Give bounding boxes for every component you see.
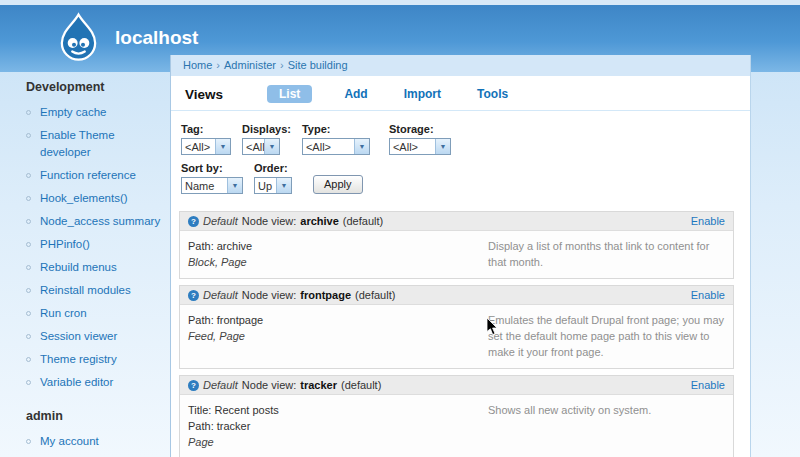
view-description: Display a list of months that link to co…: [488, 238, 725, 270]
tab-list[interactable]: List: [267, 85, 312, 103]
view-details: Title: Recent posts Path: tracker Page: [188, 402, 488, 450]
view-row-archive: ? Default Node view: archive (default) E…: [179, 211, 734, 279]
sidebar-link[interactable]: PHPinfo(): [40, 236, 90, 253]
help-icon[interactable]: ?: [188, 380, 199, 391]
sidebar-item-hook-elements[interactable]: Hook_elements(): [26, 190, 168, 207]
bullet-icon: [26, 216, 40, 230]
sidebar-link[interactable]: Hook_elements(): [40, 190, 128, 207]
breadcrumb-link-home[interactable]: Home: [183, 59, 212, 71]
filter-order-label: Order:: [254, 162, 292, 174]
bullet-icon: [26, 193, 40, 207]
sidebar-link[interactable]: Theme registry: [40, 351, 117, 368]
sidebar-link[interactable]: Rebuild menus: [40, 259, 117, 276]
view-type: Default: [203, 289, 238, 301]
sidebar-item-run-cron[interactable]: Run cron: [26, 305, 168, 322]
view-displays: Page: [188, 434, 488, 450]
apply-button[interactable]: Apply: [313, 175, 363, 194]
sidebar-section-admin: admin My account ▹Create content ▿Admini…: [26, 409, 168, 457]
tab-import[interactable]: Import: [400, 85, 445, 103]
sidebar-item-empty-cache[interactable]: Empty cache: [26, 104, 168, 121]
tab-bar: List Add Import Tools: [267, 85, 512, 103]
views-list: ? Default Node view: archive (default) E…: [171, 211, 750, 457]
filter-row-2: Sort by: Name▼ Order: Up▼ Apply: [181, 162, 740, 194]
filter-row-1: Tag: <All>▼ Displays: <All>▼ Type: <All>…: [181, 123, 740, 155]
bullet-icon: [26, 107, 40, 121]
breadcrumb-link-administer[interactable]: Administer: [224, 59, 276, 71]
enable-link[interactable]: Enable: [691, 379, 725, 391]
sidebar-item-reinstall-modules[interactable]: Reinstall modules: [26, 282, 168, 299]
selected-value: <All>: [182, 141, 215, 153]
selected-value: Name: [182, 180, 227, 192]
bullet-icon: [26, 170, 40, 184]
view-row-tracker: ? Default Node view: tracker (default) E…: [179, 375, 734, 457]
tab-tools[interactable]: Tools: [473, 85, 512, 103]
sidebar-link[interactable]: Function reference: [40, 167, 136, 184]
filter-displays-select[interactable]: <All>▼: [242, 138, 280, 155]
help-icon[interactable]: ?: [188, 290, 199, 301]
bullet-icon: [26, 130, 40, 161]
bullet-icon: [26, 436, 40, 450]
sidebar-item-node-access-summary[interactable]: Node_access summary: [26, 213, 168, 230]
breadcrumb-separator: ›: [216, 59, 220, 71]
sidebar-item-rebuild-menus[interactable]: Rebuild menus: [26, 259, 168, 276]
filter-tag: Tag: <All>▼: [181, 123, 231, 155]
view-details: Path: frontpage Feed, Page: [188, 312, 488, 360]
view-suffix: (default): [355, 289, 395, 301]
filter-displays-label: Displays:: [242, 123, 291, 135]
site-name: localhost: [115, 27, 198, 49]
sidebar-item-enable-theme-developer[interactable]: Enable Theme developer: [26, 127, 168, 161]
filter-order-select[interactable]: Up▼: [254, 177, 292, 194]
sidebar-item-session-viewer[interactable]: Session viewer: [26, 328, 168, 345]
dropdown-arrow-icon: ▼: [215, 139, 230, 154]
sidebar-link[interactable]: Node_access summary: [40, 213, 160, 230]
filter-storage: Storage: <All>▼: [389, 123, 451, 155]
bullet-icon: [26, 308, 40, 322]
view-row-body: Path: frontpage Feed, Page Emulates the …: [180, 305, 733, 368]
enable-link[interactable]: Enable: [691, 289, 725, 301]
sidebar-link[interactable]: Run cron: [40, 305, 87, 322]
dropdown-arrow-icon: ▼: [354, 139, 369, 154]
sidebar-item-function-reference[interactable]: Function reference: [26, 167, 168, 184]
view-row-body: Path: archive Block, Page Display a list…: [180, 231, 733, 278]
sidebar-link[interactable]: Variable editor: [40, 374, 113, 391]
view-type: Default: [203, 215, 238, 227]
page-title: Views: [185, 87, 223, 102]
bullet-icon: [26, 239, 40, 253]
sidebar-item-my-account[interactable]: My account: [26, 433, 168, 450]
view-name: archive: [300, 215, 339, 227]
sidebar-link[interactable]: Reinstall modules: [40, 282, 131, 299]
sidebar-item-phpinfo[interactable]: PHPinfo(): [26, 236, 168, 253]
breadcrumb-separator: ›: [280, 59, 284, 71]
dropdown-arrow-icon: ▼: [227, 178, 242, 193]
sidebar-link[interactable]: Enable Theme developer: [40, 127, 168, 161]
view-suffix: (default): [341, 379, 381, 391]
view-row-body: Title: Recent posts Path: tracker Page S…: [180, 395, 733, 457]
view-path: Path: tracker: [188, 418, 488, 434]
help-icon[interactable]: ?: [188, 216, 199, 227]
view-kind: Node view:: [242, 289, 296, 301]
tab-add[interactable]: Add: [340, 85, 371, 103]
filter-storage-select[interactable]: <All>▼: [389, 138, 451, 155]
filter-order: Order: Up▼: [254, 162, 292, 194]
sidebar-link[interactable]: Empty cache: [40, 104, 106, 121]
dropdown-arrow-icon: ▼: [264, 139, 279, 154]
sidebar-item-theme-registry[interactable]: Theme registry: [26, 351, 168, 368]
title-row: Views List Add Import Tools: [171, 76, 750, 111]
selected-value: Up: [255, 180, 276, 192]
filter-sort-by: Sort by: Name▼: [181, 162, 243, 194]
drupal-admin-page: localhost Development Empty cache Enable…: [0, 0, 800, 457]
breadcrumb-link-site-building[interactable]: Site building: [288, 59, 348, 71]
enable-link[interactable]: Enable: [691, 215, 725, 227]
view-type: Default: [203, 379, 238, 391]
sidebar-item-variable-editor[interactable]: Variable editor: [26, 374, 168, 391]
bullet-icon: [26, 331, 40, 345]
view-kind: Node view:: [242, 215, 296, 227]
view-path: Path: frontpage: [188, 312, 488, 328]
filter-type-select[interactable]: <All>▼: [302, 138, 370, 155]
sidebar-link[interactable]: My account: [40, 433, 99, 450]
filter-sort-by-select[interactable]: Name▼: [181, 177, 243, 194]
filter-tag-select[interactable]: <All>▼: [181, 138, 231, 155]
selected-value: <All>: [390, 141, 435, 153]
view-displays: Feed, Page: [188, 328, 488, 344]
sidebar-link[interactable]: Session viewer: [40, 328, 117, 345]
